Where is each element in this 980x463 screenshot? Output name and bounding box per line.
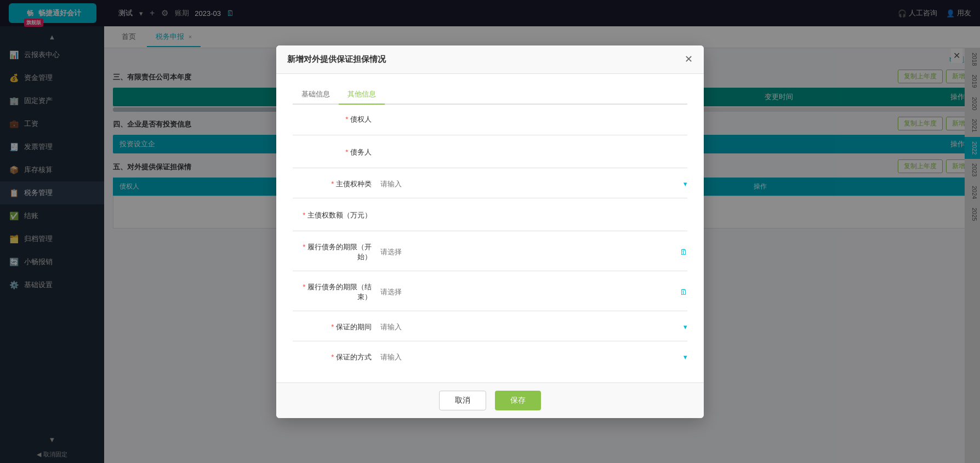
creditor-input[interactable] (380, 113, 687, 126)
form-row-creditor: * 债权人 (293, 113, 687, 135)
dialog: 新增对外提供保证担保情况 ✕ 基础信息 其他信息 * 债权人 (276, 45, 704, 418)
debt-type-label-text: 主债权种类 (336, 180, 372, 188)
guarantee-period-arrow[interactable]: ▾ (683, 323, 687, 331)
period-start-label: * 履行债务的期限（开始） (293, 242, 380, 262)
guarantee-period-label-text: 保证的期间 (336, 323, 372, 331)
debt-type-label: * 主债权种类 (293, 179, 380, 189)
creditor-label: * 债权人 (293, 115, 380, 124)
dialog-body: 基础信息 其他信息 * 债权人 * 债务人 (276, 74, 704, 382)
period-end-label: * 履行债务的期限（结束） (293, 282, 380, 302)
guarantee-method-wrapper[interactable]: ▾ (380, 353, 687, 361)
form-row-period-start: * 履行债务的期限（开始） 🗓 (293, 242, 687, 271)
creditor-label-text: 债权人 (350, 115, 372, 123)
period-end-calendar-icon[interactable]: 🗓 (680, 288, 687, 296)
form-row-debt-amount: * 主债权数额（万元） (293, 209, 687, 231)
debtor-label-text: 债务人 (350, 148, 372, 156)
guarantee-method-arrow[interactable]: ▾ (683, 353, 687, 361)
period-end-wrapper[interactable]: 🗓 (380, 288, 687, 296)
cancel-button[interactable]: 取消 (439, 391, 486, 410)
guarantee-period-required: * (331, 323, 334, 331)
dialog-title: 新增对外提供保证担保情况 (287, 54, 386, 65)
form-row-guarantee-period: * 保证的期间 ▾ (293, 322, 687, 341)
debt-amount-label-text: 主债权数额（万元） (307, 211, 372, 219)
period-end-required: * (303, 283, 305, 291)
debt-type-required: * (331, 180, 334, 188)
form-row-debt-type: * 主债权种类 ▾ (293, 179, 687, 198)
guarantee-period-input[interactable] (380, 323, 683, 331)
guarantee-method-label: * 保证的方式 (293, 352, 380, 362)
guarantee-method-input[interactable] (380, 353, 683, 361)
debtor-input[interactable] (380, 146, 687, 159)
period-start-required: * (303, 243, 305, 251)
dialog-sub-tabs: 基础信息 其他信息 (293, 85, 687, 105)
debt-type-select-wrapper[interactable]: ▾ (380, 180, 687, 188)
dialog-header: 新增对外提供保证担保情况 ✕ (276, 45, 704, 74)
period-end-input[interactable] (380, 288, 680, 296)
debt-type-input[interactable] (380, 180, 683, 188)
guarantee-period-label: * 保证的期间 (293, 322, 380, 332)
debtor-required: * (345, 148, 348, 156)
dialog-tab-other[interactable]: 其他信息 (339, 85, 385, 105)
debt-amount-label: * 主债权数额（万元） (293, 210, 380, 220)
debtor-label: * 债务人 (293, 147, 380, 157)
form-row-guarantee-method: * 保证的方式 ▾ (293, 352, 687, 371)
period-start-calendar-icon[interactable]: 🗓 (680, 248, 687, 256)
dialog-tab-other-label: 其他信息 (347, 90, 376, 98)
creditor-required: * (345, 115, 348, 123)
form-row-period-end: * 履行债务的期限（结束） 🗓 (293, 282, 687, 311)
period-end-label-text: 履行债务的期限（结束） (307, 283, 372, 301)
save-button[interactable]: 保存 (495, 391, 541, 410)
modal-overlay: 新增对外提供保证担保情况 ✕ 基础信息 其他信息 * 债权人 (0, 0, 980, 463)
period-start-wrapper[interactable]: 🗓 (380, 248, 687, 256)
debt-amount-required: * (303, 211, 305, 219)
guarantee-method-required: * (331, 353, 334, 361)
dialog-close-button[interactable]: ✕ (685, 54, 693, 64)
guarantee-period-wrapper[interactable]: ▾ (380, 323, 687, 331)
debt-amount-input[interactable] (380, 209, 687, 222)
dialog-tab-basic[interactable]: 基础信息 (293, 85, 339, 104)
form-row-debtor: * 债务人 (293, 146, 687, 168)
dialog-tab-basic-label: 基础信息 (301, 90, 330, 98)
period-start-input[interactable] (380, 248, 680, 256)
period-start-label-text: 履行债务的期限（开始） (307, 243, 372, 261)
guarantee-method-label-text: 保证的方式 (336, 353, 372, 361)
dialog-footer: 取消 保存 (276, 382, 704, 418)
debt-type-arrow[interactable]: ▾ (683, 180, 687, 188)
